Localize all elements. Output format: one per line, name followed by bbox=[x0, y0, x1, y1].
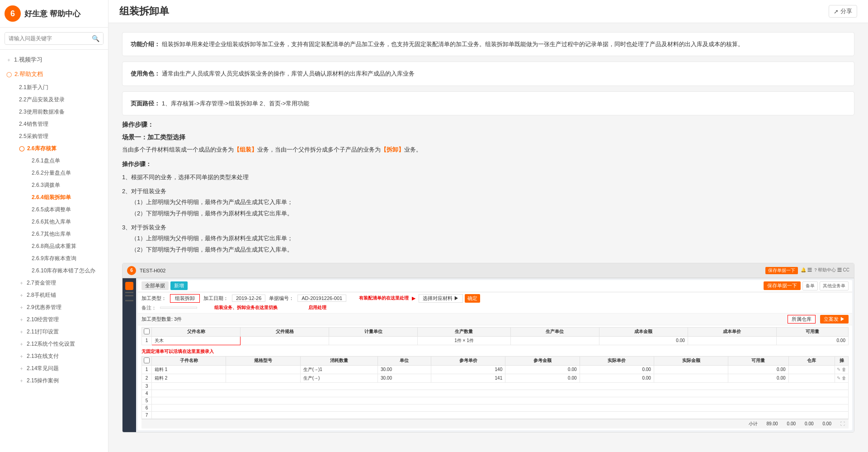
step1: 1、根据不同的业务，选择不同单据的类型来处理 bbox=[122, 172, 854, 183]
ss-th-check bbox=[142, 327, 152, 336]
sidebar-item-ops[interactable]: ＋2.10经营管理 bbox=[13, 314, 108, 326]
sidebar-item-stockcheck[interactable]: 2.6.9库存账本查询 bbox=[25, 252, 108, 265]
expand-icon: ＋ bbox=[6, 57, 11, 63]
ss-footer-val3: 0.00 bbox=[805, 421, 813, 426]
search-input[interactable] bbox=[5, 33, 88, 44]
sidebar-item-new[interactable]: 2.1新手入门 bbox=[13, 81, 108, 94]
ss-th-prod-qty: 生产数量 bbox=[418, 327, 510, 336]
sidebar-item-faq[interactable]: ＋2.14常见问题 bbox=[13, 362, 108, 375]
screenshot-tab-all[interactable]: 全部单据 bbox=[142, 281, 169, 290]
screenshot-tab-new[interactable]: 新增 bbox=[170, 281, 188, 290]
sidebar-item-purchase[interactable]: 2.5采购管理 bbox=[13, 130, 108, 143]
ss-th-cost-price: 成本单价 bbox=[688, 327, 776, 336]
ss-apply-btn[interactable]: 立案发 ▶ bbox=[820, 315, 849, 324]
screenshot-top-icons: 保存单据一下 🔔 ☰ ？帮助中心 ☰ CC bbox=[765, 267, 849, 274]
share-icon: ➚ bbox=[834, 8, 839, 15]
sidebar-item-case[interactable]: ＋2.15操作案例 bbox=[13, 375, 108, 387]
sidebar-item-outother[interactable]: 2.6.7其他出库单 bbox=[25, 228, 108, 240]
ss-select-all-bot[interactable] bbox=[144, 357, 150, 363]
sidebar-item-video[interactable]: ＋ 1.视频学习 bbox=[0, 52, 108, 67]
sidebar-item-adjust[interactable]: 2.6.3调拨单 bbox=[25, 179, 108, 191]
sidebar-item-install[interactable]: 2.2产品安装及登录 bbox=[13, 94, 108, 106]
sidebar-item-split[interactable]: 2.6.2分量盘点单 bbox=[25, 167, 108, 179]
sidebar-item-sales[interactable]: 2.4销售管理 bbox=[13, 118, 108, 130]
search-button[interactable]: 🔍 bbox=[88, 33, 103, 44]
role-text: 通常由生产人员或库管人员完成拆装业务的操作，库管人员确认原材料的出库和产成品的入… bbox=[162, 70, 415, 77]
ss-bth-unit: 单位 bbox=[377, 356, 431, 365]
screenshot-ann5: 无固定清单可以活填在这里直接录入 bbox=[142, 348, 849, 355]
sidebar-item-inventory[interactable]: ◯ 2.6库存核算 bbox=[13, 143, 108, 155]
screenshot-logo: 6 bbox=[127, 266, 136, 275]
path-label: 页面路径： bbox=[131, 100, 160, 107]
ss-date-label: 加工日期： bbox=[203, 295, 228, 302]
sidebar-item-cost[interactable]: 2.6.5成本调整单 bbox=[25, 204, 108, 216]
ss-footer-expand[interactable]: ⛶ bbox=[840, 421, 845, 426]
ss-bth-act-amt: 实际金额 bbox=[654, 356, 728, 365]
screenshot-bot-table: 子件名称 规格型号 消耗数量 单位 参考单价 参考金额 实际单价 实际金额 可用… bbox=[142, 356, 849, 419]
ss-icon4 bbox=[125, 300, 133, 301]
sidebar-item-mobile[interactable]: ＋2.8手机旺铺 bbox=[13, 289, 108, 301]
screenshot-top-table: 父件名称 父件规格 计量单位 生产数量 生产单位 成本金额 成本单价 可用量 bbox=[142, 327, 849, 345]
sidebar-item-goodscost[interactable]: 2.6.8商品成本重算 bbox=[25, 240, 108, 252]
expand-icon-help: ◯ bbox=[6, 71, 12, 77]
step3-2: （2）下部明细为子件明细，最终作为产成品生成其它入库单。 bbox=[122, 244, 854, 256]
ss-bth-ref-price: 参考单价 bbox=[431, 356, 505, 365]
sidebar-item-system[interactable]: ＋2.12系统个性化设置 bbox=[13, 338, 108, 350]
screenshot-btn-extra1[interactable]: 备单 bbox=[802, 281, 818, 290]
sidebar-item-stockerr[interactable]: 2.6.10库存账本错了怎么办 bbox=[25, 265, 108, 277]
sidebar-item-data[interactable]: 2.3使用前数据准备 bbox=[13, 106, 108, 118]
sidebar-item-data-label: 2.3使用前数据准备 bbox=[19, 108, 65, 116]
screenshot-main: 全部单据 新增 保存单据一下 备单 其他业务单 加工类型： 组装拆卸 加工日期：… bbox=[138, 280, 852, 430]
ss-type-label: 加工类型： bbox=[142, 295, 166, 302]
screenshot-bot-table-wrap: 无固定清单可以活填在这里直接录入 子件名称 规格型号 消耗数量 单位 参考单价 bbox=[138, 348, 852, 430]
sidebar-item-coupon[interactable]: ＋2.9优惠券管理 bbox=[13, 301, 108, 314]
sidebar-header: 6 好生意 帮助中心 bbox=[0, 0, 108, 28]
table-row: 2 箱料 2 生产(→) 30.00 141 0.00 0.00 0.0 bbox=[142, 374, 849, 382]
func-intro-text: 组装拆卸单用来处理企业组装或拆卸等加工业务，支持有固定装配清单的产品加工业务，也… bbox=[162, 41, 744, 48]
ss-row-top-1-num: 1 bbox=[142, 336, 152, 345]
sidebar-item-pay[interactable]: ＋2.13在线支付 bbox=[13, 350, 108, 362]
content-area: 功能介绍： 组装拆卸单用来处理企业组装或拆卸等加工业务，支持有固定装配清单的产品… bbox=[108, 23, 868, 452]
sidebar-item-finance[interactable]: ＋2.7资金管理 bbox=[13, 277, 108, 289]
func-intro-label: 功能介绍： bbox=[131, 41, 160, 48]
table-row: 6 bbox=[142, 404, 849, 411]
screenshot-form-row2: 备注： 组装业务、拆卸业务在这里切换 启用处理 bbox=[142, 305, 849, 311]
sidebar-item-assemble[interactable]: 2.6.4组装拆卸单 bbox=[25, 191, 108, 204]
ss-footer-val1: 89.00 bbox=[767, 421, 778, 426]
table-row: 4 bbox=[142, 390, 849, 397]
ss-row-top-1-costprice bbox=[688, 336, 776, 345]
path-block: 页面路径： 1、库存核算->库存管理->组装拆卸单 2、首页->常用功能 bbox=[122, 91, 854, 115]
ss-th-avail: 可用量 bbox=[776, 327, 848, 336]
screenshot-icons-right: 🔔 ☰ ？帮助中心 ☰ CC bbox=[801, 267, 849, 274]
screenshot-type-row: 加工类型数量: 3件 所属仓库 立案发 ▶ bbox=[138, 314, 852, 325]
ss-icon3 bbox=[125, 295, 133, 296]
ss-select-all-top[interactable] bbox=[144, 328, 150, 334]
ss-select-btn[interactable]: 确定 bbox=[465, 294, 480, 303]
screenshot-left-strip bbox=[123, 278, 136, 432]
ss-row-top-1-spec bbox=[241, 336, 329, 345]
sidebar-item-new-label: 2.1新手入门 bbox=[19, 84, 48, 91]
page-title: 组装拆卸单 bbox=[119, 5, 169, 18]
step2: 2、对于组装业务 bbox=[122, 186, 854, 197]
step3-1: （1）上部明细为父件明细，最终作为原材料生成其它出库单； bbox=[122, 233, 854, 244]
sidebar-item-help[interactable]: ◯ 2.帮助文档 bbox=[0, 67, 108, 81]
screenshot-save-btn[interactable]: 保存单据一下 bbox=[764, 281, 801, 290]
role-label: 使用角色： bbox=[131, 70, 160, 77]
screenshot-form-row1: 加工类型： 组装拆卸 加工日期： 2019-12-26 单据编号： AD-201… bbox=[142, 294, 849, 303]
ss-bth-ref-amt: 参考金额 bbox=[505, 356, 580, 365]
step2-1: （1）上部明细为父件明细，最终作为产成品生成其它入库单； bbox=[122, 197, 854, 208]
sidebar-item-print[interactable]: ＋2.11打印设置 bbox=[13, 326, 108, 338]
screenshot-btn-extra2[interactable]: 其他业务单 bbox=[820, 281, 849, 290]
sidebar-item-stocktake[interactable]: 2.6.1盘点单 bbox=[25, 155, 108, 167]
ss-row-top-1-costamt: 0.00 bbox=[599, 336, 688, 345]
sidebar-item-install-label: 2.2产品安装及登录 bbox=[19, 96, 65, 104]
ss-footer-val4: 0.00 bbox=[823, 421, 831, 426]
app-logo: 6 bbox=[5, 5, 21, 22]
ss-select-material: 选择对应材料 ▶ bbox=[419, 294, 463, 303]
ss-bth-consume: 消耗数量 bbox=[300, 356, 377, 365]
nav-list: ＋ 1.视频学习 ◯ 2.帮助文档 2.1新手入门 2.2产品安装及登录 2.3… bbox=[0, 50, 108, 452]
ss-icon2 bbox=[125, 292, 133, 293]
screenshot-ann3: 组装业务、拆卸业务在这里切换 bbox=[214, 305, 278, 311]
sidebar-item-inother[interactable]: 2.6.6其他入库单 bbox=[25, 216, 108, 228]
share-button[interactable]: ➚ 分享 bbox=[829, 5, 857, 18]
